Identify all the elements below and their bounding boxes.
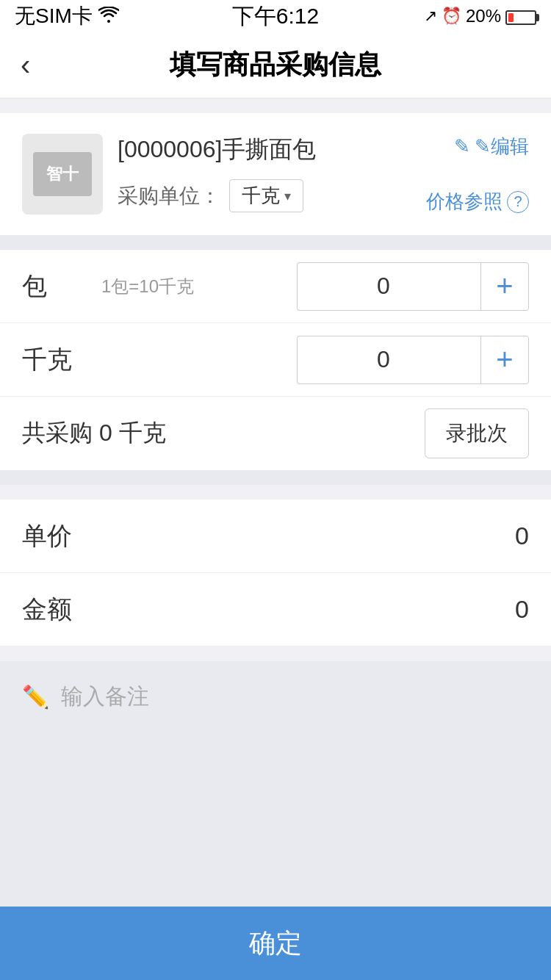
location-icon: ↗: [424, 7, 437, 26]
unit-price-value: 0: [515, 522, 529, 550]
note-placeholder-text: 输入备注: [61, 682, 149, 712]
bao-quantity-input[interactable]: [297, 262, 480, 311]
record-batch-button[interactable]: 录批次: [425, 408, 529, 458]
status-bar: 无SIM卡 下午6:12 ↗ ⏰ 20%: [0, 0, 551, 32]
battery-pct: 20%: [466, 6, 501, 26]
kg-quantity-input[interactable]: [297, 336, 480, 384]
thumb-text: 智十: [46, 163, 79, 185]
help-text: ?: [514, 193, 522, 210]
status-time: 下午6:12: [232, 1, 319, 32]
bao-sub-label: 1包=10千克: [101, 275, 194, 298]
confirm-label: 确定: [249, 926, 302, 962]
unit-price-label: 单价: [22, 519, 72, 553]
product-card: 智十 [0000006]手撕面包 采购单位： 千克 ▾ ✎ ✎编辑 价格参照 ?: [0, 113, 551, 235]
product-thumb-logo: 智十: [33, 152, 92, 196]
input-section: 包 1包=10千克 + 千克 + 共采购 0 千克 录批次: [0, 250, 551, 470]
kg-label: 千克: [22, 343, 96, 377]
status-right: ↗ ⏰ 20%: [424, 6, 536, 26]
bao-label: 包: [22, 270, 96, 303]
pencil-icon: ✏️: [22, 684, 49, 710]
unit-price-row: 单价 0: [0, 500, 551, 573]
alarm-icon: ⏰: [442, 7, 461, 26]
price-ref-help-icon[interactable]: ?: [507, 191, 529, 213]
wifi-icon: [98, 4, 119, 28]
summary-row: 共采购 0 千克 录批次: [0, 397, 551, 470]
note-section[interactable]: ✏️ 输入备注: [0, 661, 551, 732]
kg-plus-button[interactable]: +: [480, 336, 529, 384]
amount-label: 金额: [22, 593, 72, 627]
status-carrier: 无SIM卡: [15, 2, 119, 30]
amount-row: 金额 0: [0, 573, 551, 646]
price-ref-label: 价格参照: [426, 189, 503, 215]
bao-plus-button[interactable]: +: [480, 262, 529, 311]
edit-label: ✎编辑: [475, 134, 529, 159]
bao-input-row: 包 1包=10千克 +: [0, 250, 551, 323]
confirm-button[interactable]: 确定: [0, 907, 551, 980]
page-title: 填写商品采购信息: [170, 47, 381, 83]
kg-input-row: 千克 +: [0, 323, 551, 397]
price-ref-button[interactable]: 价格参照 ?: [426, 189, 529, 215]
bao-field-wrapper: +: [194, 262, 529, 311]
product-thumbnail: 智十: [22, 134, 103, 215]
dropdown-arrow-icon: ▾: [284, 188, 291, 204]
unit-label: 采购单位：: [118, 182, 220, 210]
unit-dropdown[interactable]: 千克 ▾: [229, 179, 303, 212]
amount-value: 0: [515, 595, 529, 624]
kg-field-wrapper: +: [96, 336, 529, 384]
price-section: 单价 0 金额 0: [0, 500, 551, 646]
back-button[interactable]: ‹: [21, 48, 30, 82]
nav-bar: ‹ 填写商品采购信息: [0, 32, 551, 98]
edit-icon: ✎: [454, 135, 470, 158]
battery-icon: [505, 6, 536, 26]
edit-button[interactable]: ✎ ✎编辑: [454, 134, 529, 159]
section-divider-1: [0, 235, 551, 250]
summary-text: 共采购 0 千克: [22, 417, 166, 450]
section-divider-2: [0, 470, 551, 485]
carrier-text: 无SIM卡: [15, 2, 93, 30]
unit-value: 千克: [242, 183, 280, 209]
